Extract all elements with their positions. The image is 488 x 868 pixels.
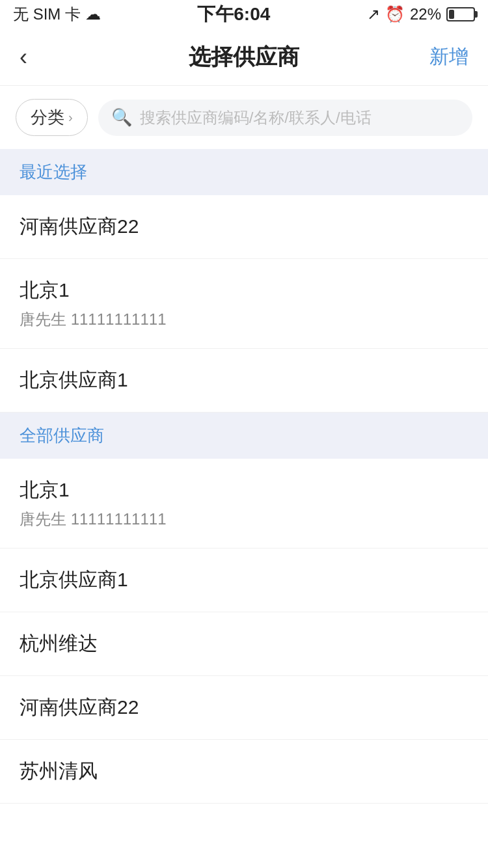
sim-status: 无 SIM 卡 ☁: [13, 4, 101, 25]
list-item-r2[interactable]: 北京1唐先生 11111111111: [0, 259, 488, 349]
list-item-a4[interactable]: 河南供应商22: [0, 676, 488, 740]
search-input-wrap[interactable]: 🔍 搜索供应商编码/名称/联系人/电话: [98, 100, 472, 136]
search-bar: 分类 › 🔍 搜索供应商编码/名称/联系人/电话: [0, 86, 488, 149]
section-header-all: 全部供应商: [0, 413, 488, 459]
list-item-a1[interactable]: 北京1唐先生 11111111111: [0, 459, 488, 549]
status-left: 无 SIM 卡 ☁: [13, 4, 101, 25]
list-item-title: 北京供应商1: [20, 567, 468, 593]
list-item-sub: 唐先生 11111111111: [20, 309, 468, 330]
category-button[interactable]: 分类 ›: [16, 99, 88, 136]
list-item-title: 杭州维达: [20, 631, 468, 657]
list-item-title: 北京1: [20, 477, 468, 504]
alarm-icon: ⏰: [385, 5, 405, 23]
section-header-recent: 最近选择: [0, 149, 488, 195]
list-item-title: 北京供应商1: [20, 367, 468, 394]
list-item-a3[interactable]: 杭州维达: [0, 612, 488, 676]
list-item-a2[interactable]: 北京供应商1: [0, 549, 488, 612]
status-bar: 无 SIM 卡 ☁ 下午6:04 ↗ ⏰ 22%: [0, 0, 488, 29]
category-arrow-icon: ›: [68, 110, 73, 125]
back-button[interactable]: ‹: [20, 44, 59, 71]
list-item-sub: 唐先生 11111111111: [20, 509, 468, 530]
battery-percent: 22%: [410, 5, 441, 23]
page-title: 选择供应商: [189, 42, 299, 72]
search-placeholder: 搜索供应商编码/名称/联系人/电话: [140, 107, 372, 128]
nav-bar: ‹ 选择供应商 新增: [0, 29, 488, 86]
list-item-r3[interactable]: 北京供应商1: [0, 349, 488, 413]
list-item-r1[interactable]: 河南供应商22: [0, 195, 488, 259]
search-icon: 🔍: [111, 107, 132, 128]
status-right: ↗ ⏰ 22%: [367, 5, 475, 23]
list-item-a5[interactable]: 苏州清风: [0, 740, 488, 804]
list-item-title: 河南供应商22: [20, 213, 468, 240]
sections-container: 最近选择河南供应商22北京1唐先生 11111111111北京供应商1全部供应商…: [0, 149, 488, 804]
status-time: 下午6:04: [197, 2, 270, 27]
category-label: 分类: [31, 106, 64, 129]
list-item-title: 北京1: [20, 277, 468, 304]
list-item-title: 河南供应商22: [20, 694, 468, 721]
battery-icon: [446, 7, 475, 21]
list-item-title: 苏州清风: [20, 758, 468, 785]
add-button[interactable]: 新增: [429, 44, 468, 70]
location-icon: ↗: [367, 5, 380, 23]
